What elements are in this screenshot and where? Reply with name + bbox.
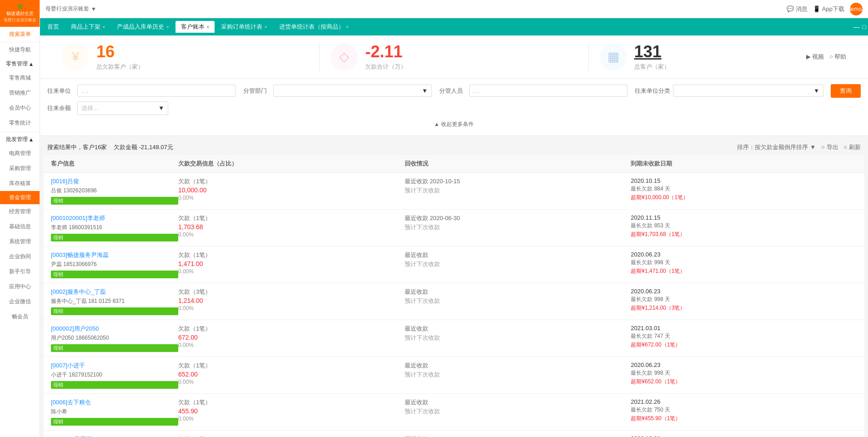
tab-product-history[interactable]: 产成品入库单历史 × bbox=[111, 21, 174, 33]
dept-select[interactable]: ▼ bbox=[273, 85, 432, 97]
overdue-amount-5[interactable]: 超期¥652.00（1笔） bbox=[631, 378, 857, 386]
sidebar-item-finance[interactable]: 资金管理 bbox=[0, 191, 40, 204]
overdue-date-7: 2020.12.30 bbox=[631, 435, 857, 437]
export-button[interactable]: ○ 导出 bbox=[821, 143, 838, 151]
tab-home[interactable]: 首页 bbox=[42, 21, 65, 33]
customer-tag-2: 现销 bbox=[51, 271, 178, 278]
sidebar-item-search[interactable]: 搜索菜单 bbox=[0, 27, 40, 42]
latest-collection-6: 最近收款 bbox=[405, 398, 631, 407]
collection-info-5: 最近收款 预计下次收款 bbox=[405, 362, 631, 379]
person-input[interactable]: ... bbox=[469, 85, 628, 97]
tab-product-off[interactable]: 商品上下架 × bbox=[65, 21, 110, 33]
customer-name-4[interactable]: [000002]用户2050 bbox=[51, 325, 178, 333]
overdue-amount-1[interactable]: 超期¥1,703.68（1笔） bbox=[631, 231, 857, 238]
customer-name-2[interactable]: [0003]畅捷服务尹海蕊 bbox=[51, 251, 178, 259]
view-video-button[interactable]: ▶ 视频 bbox=[806, 53, 824, 61]
sidebar-logo[interactable]: 🌿 畅捷通好生意 母婴行业演示账套 bbox=[0, 0, 40, 27]
sort-select[interactable]: 排序：按欠款金额倒序排序 ▼ bbox=[737, 143, 816, 151]
total-debt-label: 欠款合计（万） bbox=[365, 63, 406, 71]
unit-category-select[interactable]: ▼ bbox=[673, 85, 823, 97]
summary-actions: ▶ 视频 ○ 帮助 bbox=[806, 53, 846, 61]
chevron-down-dept-icon: ▼ bbox=[422, 87, 428, 94]
customer-name-5[interactable]: [0007]小进千 bbox=[51, 362, 178, 370]
debt-ratio-5: 0.00% bbox=[178, 379, 405, 385]
sidebar-item-batch-mgmt[interactable]: 批发管理 ▲ bbox=[0, 133, 40, 146]
tab-product-history-label: 产成品入库单历史 bbox=[117, 23, 164, 31]
customer-name-1[interactable]: [0001020001]李老师 bbox=[51, 214, 178, 222]
debt-info-2: 欠款（1笔） 1,471.00 0.00% bbox=[178, 251, 405, 275]
sidebar-item-ecommerce[interactable]: 电商管理 bbox=[0, 146, 40, 161]
sidebar-item-quick-nav[interactable]: 快捷导航 bbox=[0, 42, 40, 57]
overdue-amount-2[interactable]: 超期¥1,471.00（1笔） bbox=[631, 267, 857, 275]
col-collection: 回收情况 bbox=[405, 160, 631, 168]
minimize-icon[interactable]: — bbox=[853, 23, 860, 30]
customer-name-0[interactable]: [0016]吕俊 bbox=[51, 177, 178, 186]
sidebar-item-wechat[interactable]: 企业微信 bbox=[0, 294, 40, 309]
collection-info-2: 最近收款 预计下次收款 bbox=[405, 251, 631, 268]
tab-purchase-order-close[interactable]: × bbox=[264, 24, 267, 30]
source-unit-input[interactable]: ... bbox=[77, 85, 236, 97]
debt-count-0: 欠款（1笔） bbox=[178, 177, 405, 186]
avatar-circle: demo2 bbox=[850, 3, 863, 15]
sidebar-item-apps[interactable]: 应用中心 bbox=[0, 279, 40, 294]
tab-product-off-close[interactable]: × bbox=[102, 24, 105, 30]
message-button[interactable]: 💬 消息 bbox=[787, 5, 808, 13]
overdue-days-6: 最长欠款 750 天 bbox=[631, 406, 857, 414]
latest-collection-3: 最近收款 bbox=[405, 288, 631, 296]
tab-customer-account-close[interactable]: × bbox=[206, 24, 209, 30]
sidebar-item-purchase-mgmt[interactable]: 采购管理 bbox=[0, 161, 40, 176]
chevron-down-sort-icon: ▼ bbox=[810, 144, 816, 151]
user-avatar[interactable]: demo2 bbox=[850, 3, 863, 15]
customer-name-3[interactable]: [0002]服务中心_丁磊 bbox=[51, 288, 178, 296]
sidebar-item-system[interactable]: 系统管理 bbox=[0, 234, 40, 249]
overdue-days-4: 最长欠款 747 天 bbox=[631, 332, 857, 340]
query-button[interactable]: 查询 bbox=[831, 84, 861, 98]
next-collection-2: 预计下次收款 bbox=[405, 260, 631, 268]
tab-inventory-stats[interactable]: 进货单统计表（按商品） × bbox=[274, 21, 354, 33]
source-unit-dots: ... bbox=[81, 87, 89, 94]
tab-product-history-close[interactable]: × bbox=[166, 24, 169, 30]
tab-purchase-order[interactable]: 采购订单统计表 × bbox=[216, 21, 272, 33]
app-download-button[interactable]: 📱 App下载 bbox=[813, 5, 844, 13]
overdue-amount-4[interactable]: 超期¥672.00（1笔） bbox=[631, 341, 857, 349]
col-customer-info: 客户信息 bbox=[51, 160, 178, 168]
maximize-icon[interactable]: □ bbox=[863, 23, 866, 30]
latest-collection-4: 最近收款 bbox=[405, 325, 631, 333]
debt-ratio-1: 0.00% bbox=[178, 231, 405, 238]
table-row: [000002]用户2050 用户2050 18665062050 现销 欠款（… bbox=[44, 320, 864, 357]
sidebar-item-enterprise-coop[interactable]: 企业协同 bbox=[0, 249, 40, 264]
sidebar-item-newbie[interactable]: 新手引导 bbox=[0, 264, 40, 279]
tab-inventory-stats-close[interactable]: × bbox=[346, 24, 349, 30]
sidebar-item-member[interactable]: 会员中心 bbox=[0, 100, 40, 116]
customer-info-5: [0007]小进千 小进千 18279152100 现销 bbox=[51, 362, 178, 389]
balance-select[interactable]: 选择... ▼ bbox=[77, 101, 168, 115]
overdue-amount-6[interactable]: 超期¥455.90（1笔） bbox=[631, 415, 857, 422]
customer-name-7[interactable]: [000001]黄思源 bbox=[51, 435, 178, 437]
sidebar-item-basic-info[interactable]: 基础信息 bbox=[0, 219, 40, 234]
help-button[interactable]: ○ 帮助 bbox=[829, 53, 846, 61]
dropdown-arrow-icon: ▼ bbox=[91, 6, 96, 12]
sidebar-item-retail-stats[interactable]: 零售统计 bbox=[0, 116, 40, 131]
overdue-info-3: 2020.06.23 最长欠款 998 天 超期¥1,214.00（3笔） bbox=[631, 288, 857, 312]
customer-info-6: [0006]去下粮仓 陈小希 现销 bbox=[51, 398, 178, 426]
filter-row-1: 往来单位 ... 分管部门 ▼ 分管人员 ... bbox=[47, 84, 861, 98]
overdue-amount-3[interactable]: 超期¥1,214.00（3笔） bbox=[631, 304, 857, 312]
debt-info-4: 欠款（1笔） 672.00 0.00% bbox=[178, 325, 405, 348]
refresh-button[interactable]: ○ 刷新 bbox=[844, 143, 861, 151]
table-header: 客户信息 欠款交易信息（占比） 回收情况 到期未收款日期 bbox=[44, 155, 864, 173]
collapse-filters-button[interactable]: ▲ 收起更多条件 bbox=[47, 119, 861, 130]
debt-amount-3: 1,214.00 bbox=[178, 297, 405, 304]
sidebar-item-marketing[interactable]: 营销推广 bbox=[0, 85, 40, 100]
overdue-amount-0[interactable]: 超期¥10,000.00（1笔） bbox=[631, 194, 857, 201]
customer-phone-2: 尹蕊 18513066976 bbox=[51, 261, 178, 268]
filter-unit-category: 往来单位分类 ▼ bbox=[635, 85, 823, 97]
customer-name-6[interactable]: [0006]去下粮仓 bbox=[51, 398, 178, 407]
sidebar-item-inventory[interactable]: 库存核算 bbox=[0, 176, 40, 191]
sidebar-item-retail-mgmt[interactable]: 零售管理 ▲ bbox=[0, 57, 40, 70]
debt-amount-0: 10,000.00 bbox=[178, 186, 405, 194]
sidebar-item-vip[interactable]: 畅会员 bbox=[0, 309, 40, 324]
sidebar-item-retail-store[interactable]: 零售商城 bbox=[0, 70, 40, 85]
customer-phone-3: 服务中心_丁磊 181 0125 8371 bbox=[51, 297, 178, 305]
sidebar-item-operations[interactable]: 经营管理 bbox=[0, 204, 40, 219]
tab-customer-account[interactable]: 客户账本 × bbox=[176, 21, 215, 33]
